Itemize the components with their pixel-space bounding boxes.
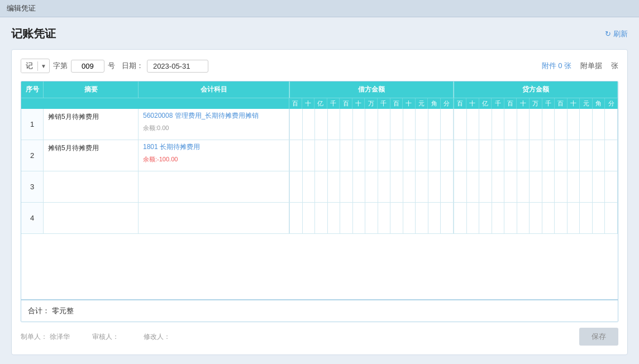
th-debit: 借方金额 [289, 82, 454, 98]
window-title: 编辑凭证 [7, 4, 36, 12]
credit-digit-7: 万 [530, 98, 542, 109]
th-credit: 贷方金额 [454, 82, 618, 98]
credit-digit-10: 十 [568, 98, 580, 109]
modifier-item: 修改人： [144, 332, 173, 342]
date-label: 日期： [122, 61, 144, 71]
debit-digit-8: 千 [378, 98, 390, 109]
debit-digit-6: 十 [352, 98, 365, 109]
th-seq: 序号 [21, 82, 44, 98]
reviewer-item: 审核人： [92, 332, 121, 342]
table-row[interactable]: 3 [21, 171, 618, 203]
row2-summary[interactable]: 摊销5月待摊费用 [44, 140, 139, 171]
row1-seq: 1 [21, 109, 44, 140]
debit-digit-12: 角 [428, 98, 441, 109]
refresh-label: 刷新 [613, 29, 628, 39]
debit-digit-7: 万 [365, 98, 378, 109]
credit-digit-11: 元 [580, 98, 593, 109]
row2-seq: 2 [21, 140, 44, 171]
debit-digit-5: 百 [340, 98, 352, 109]
content-area: 记账凭证 ↻ 刷新 记 ▼ 字第 号 日期： [0, 17, 639, 364]
voucher-table: 序号 摘要 会计科目 借方金额 贷方金额 百 十 亿 千 百 [21, 81, 618, 322]
table-row[interactable]: 2 摊销5月待摊费用 1801 长期待摊费用 余额:-100.00 [21, 140, 618, 171]
row2-credit-cells [454, 140, 618, 171]
row2-account[interactable]: 1801 长期待摊费用 余额:-100.00 [139, 140, 289, 171]
credit-digit-8: 千 [542, 98, 555, 109]
th-sub-debit: 百 十 亿 千 百 十 万 千 百 十 元 角 分 [289, 98, 454, 109]
debit-digit-13: 分 [441, 98, 454, 109]
th-sub-spacer [21, 98, 289, 109]
row1-debit-cells [289, 109, 454, 140]
row4-seq: 4 [21, 203, 44, 233]
form-row: 记 ▼ 字第 号 日期： 附件 0 张 附单据 张 [21, 59, 618, 73]
th-summary: 摘要 [44, 82, 139, 98]
row2-balance: 余额:-100.00 [143, 155, 284, 164]
total-label: 合计： [28, 306, 50, 315]
creator-item: 制单人： 徐泽华 [21, 332, 70, 342]
row3-debit-cells [289, 171, 454, 202]
row1-credit-cells [454, 109, 618, 140]
footer-info: 制单人： 徐泽华 审核人： 修改人： 保存 [21, 322, 618, 346]
total-row: 合计： 零元整 [28, 306, 611, 316]
credit-digit-4: 千 [492, 98, 504, 109]
credit-digit-9: 百 [555, 98, 568, 109]
row1-summary[interactable]: 摊销5月待摊费用 [44, 109, 139, 140]
row3-account[interactable] [139, 171, 289, 202]
date-group: 日期： [122, 60, 208, 73]
credit-digit-13: 分 [605, 98, 618, 109]
dropdown-arrow-icon: ▼ [37, 61, 49, 71]
row3-credit-cells [454, 171, 618, 202]
th-sub-credit: 百 十 亿 千 百 十 万 千 百 十 元 角 分 [454, 98, 618, 109]
window: 编辑凭证 记账凭证 ↻ 刷新 记 ▼ 字第 号 [0, 0, 639, 364]
table-header-row2: 百 十 亿 千 百 十 万 千 百 十 元 角 分 [21, 98, 618, 109]
credit-digit-12: 角 [593, 98, 605, 109]
hao-label: 号 [108, 61, 115, 71]
table-body: 1 摊销5月待摊费用 56020008 管理费用_长期待摊费用摊销 余额:0.0… [21, 109, 618, 299]
table-footer: 合计： 零元整 [21, 299, 618, 322]
voucher-type-text: 记 [21, 59, 37, 73]
date-input[interactable] [147, 60, 208, 73]
debit-digit-4: 千 [327, 98, 340, 109]
right-controls: 附件 0 张 附单据 张 [542, 61, 618, 71]
row4-summary[interactable] [44, 203, 139, 233]
voucher-type-group: 记 ▼ 字第 号 [21, 59, 115, 73]
credit-digit-3: 亿 [479, 98, 492, 109]
row4-debit-cells [289, 203, 454, 233]
row2-account-code: 1801 长期待摊费用 [143, 142, 284, 152]
modifier-label: 修改人： [144, 332, 170, 342]
debit-digit-2: 十 [302, 98, 315, 109]
credit-digit-6: 十 [517, 98, 530, 109]
creator-label: 制单人： [21, 332, 47, 342]
voucher-number-input[interactable] [71, 60, 104, 73]
save-button[interactable]: 保存 [579, 328, 618, 346]
credit-digit-5: 百 [504, 98, 517, 109]
table-header: 序号 摘要 会计科目 借方金额 贷方金额 百 十 亿 千 百 [21, 82, 618, 109]
fudanju-label[interactable]: 附单据 [580, 61, 602, 71]
zhang-label: 张 [611, 61, 618, 71]
table-header-row1: 序号 摘要 会计科目 借方金额 贷方金额 [21, 82, 618, 98]
total-value: 零元整 [52, 306, 74, 315]
credit-digit-1: 百 [454, 98, 467, 109]
credit-digit-2: 十 [466, 98, 479, 109]
reviewer-label: 审核人： [92, 332, 119, 342]
creator-value: 徐泽华 [50, 332, 70, 342]
row4-credit-cells [454, 203, 618, 233]
th-account: 会计科目 [139, 82, 289, 98]
row2-debit-cells [289, 140, 454, 171]
row1-account-code: 56020008 管理费用_长期待摊费用摊销 [143, 111, 284, 121]
refresh-icon: ↻ [605, 30, 611, 38]
row3-seq: 3 [21, 171, 44, 202]
attachment-link[interactable]: 附件 0 张 [542, 61, 571, 71]
table-row[interactable]: 4 [21, 203, 618, 234]
debit-digit-1: 百 [289, 98, 302, 109]
main-card: 记 ▼ 字第 号 日期： 附件 0 张 附单据 张 [11, 49, 628, 355]
refresh-button[interactable]: ↻ 刷新 [605, 29, 628, 39]
row3-summary[interactable] [44, 171, 139, 202]
page-header: 记账凭证 ↻ 刷新 [11, 26, 628, 41]
page-title: 记账凭证 [11, 26, 56, 41]
voucher-type-button[interactable]: 记 ▼ [21, 59, 50, 73]
row4-account[interactable] [139, 203, 289, 233]
row1-account[interactable]: 56020008 管理费用_长期待摊费用摊销 余额:0.00 [139, 109, 289, 140]
debit-digit-3: 亿 [314, 98, 327, 109]
debit-digit-9: 百 [390, 98, 403, 109]
table-row[interactable]: 1 摊销5月待摊费用 56020008 管理费用_长期待摊费用摊销 余额:0.0… [21, 109, 618, 140]
